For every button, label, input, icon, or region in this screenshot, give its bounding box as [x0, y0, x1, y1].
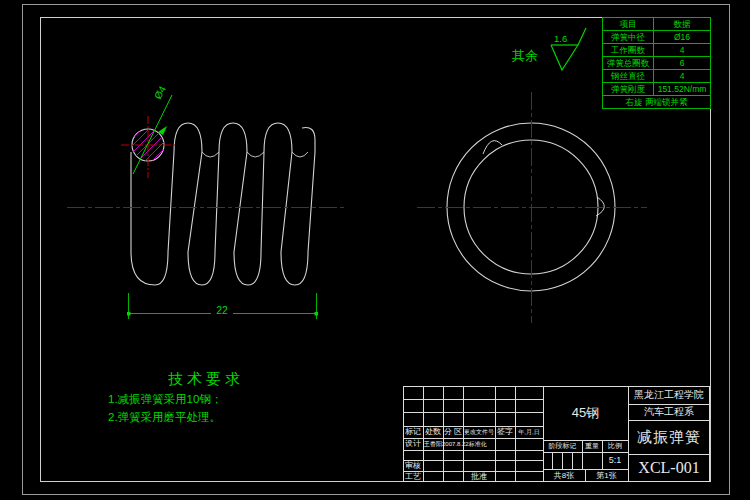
titleblock-sheet-number: 第1张	[585, 469, 628, 482]
param-value: 4	[654, 44, 711, 57]
titleblock-count-label: 处数	[423, 426, 443, 438]
technical-requirements: 技术要求 1.减振弹簧采用10钢； 2.弹簧采用磨平处理。	[108, 370, 298, 425]
tech-requirements-title: 技术要求	[114, 370, 298, 389]
roughness-prefix: 其余	[512, 48, 538, 63]
titleblock-org-line1: 黑龙江工程学院	[628, 386, 710, 404]
wire-section-detail: Ø4	[96, 84, 198, 178]
titleblock-stage-label: 阶段标记	[543, 440, 582, 452]
titleblock-sheets-total: 共8张	[543, 469, 585, 482]
roughness-value: 1.6	[554, 33, 567, 44]
col-header-item: 项目	[603, 18, 654, 31]
titleblock-org-line2: 汽车工程系	[628, 404, 710, 420]
length-dim-text: 22	[216, 304, 228, 316]
titleblock-approve-label: 批准	[463, 471, 495, 482]
titleblock-mark-label: 标记	[403, 426, 423, 438]
titleblock-part-name: 减振弹簧	[628, 420, 710, 454]
titleblock-zone-label: 分 区	[443, 426, 463, 438]
table-row: 弹簧总圈数 6	[603, 57, 711, 70]
titleblock-design-label: 设计	[403, 438, 423, 450]
wire-diameter-dim: Ø4	[152, 84, 168, 101]
winding-note: 右旋 两端锁并紧	[603, 96, 711, 109]
titleblock-weight-label: 重量	[582, 440, 602, 452]
param-value: 4	[654, 70, 711, 83]
wire-centerlines	[121, 116, 177, 178]
spring-parameter-table: 项目 数据 弹簧中径 Ø16 工作圈数 4 弹簧总圈数 6 钢丝直径 4 弹簧刚…	[602, 17, 711, 109]
param-label: 弹簧中径	[603, 31, 654, 44]
titleblock-scale-value: 5:1	[602, 452, 628, 469]
titleblock-process-label: 工艺	[403, 471, 423, 482]
titleblock-signature-label: 签字	[495, 426, 515, 438]
table-row: 工作圈数 4	[603, 44, 711, 57]
titleblock-material: 45钢	[543, 386, 628, 440]
param-value: 151.52N/mm	[654, 83, 711, 96]
titleblock-scale-label: 比例	[602, 440, 628, 452]
col-header-data: 数据	[654, 18, 711, 31]
titleblock-date-label: 年,月,日	[515, 426, 543, 438]
table-row: 项目 数据	[603, 18, 711, 31]
end-view-centerlines	[417, 92, 647, 323]
cad-drawing-sheet: Ø4 22 其余	[0, 0, 750, 500]
tech-requirement-item: 2.弹簧采用磨平处理。	[108, 410, 298, 425]
table-row: 右旋 两端锁并紧	[603, 96, 711, 109]
tech-requirement-item: 1.减振弹簧采用10钢；	[108, 392, 298, 407]
titleblock-drawing-number: XCL-001	[628, 454, 710, 482]
param-value: 6	[654, 57, 711, 70]
param-label: 弹簧总圈数	[603, 57, 654, 70]
titleblock-review-label: 审核	[403, 460, 423, 471]
table-row: 弹簧刚度 151.52N/mm	[603, 83, 711, 96]
table-row: 钢丝直径 4	[603, 70, 711, 83]
length-dimension: 22	[127, 293, 318, 319]
param-value: Ø16	[654, 31, 711, 44]
table-row: 弹簧中径 Ø16	[603, 31, 711, 44]
param-label: 钢丝直径	[603, 70, 654, 83]
param-label: 工作圈数	[603, 44, 654, 57]
roughness-note: 其余 1.6	[512, 28, 586, 70]
param-label: 弹簧刚度	[603, 83, 654, 96]
spring-end-view	[417, 92, 647, 323]
titleblock-changefile-label: 更改文件号	[463, 426, 495, 438]
titleblock-design-value: 王春阳2007.8.22标准化	[424, 438, 542, 450]
